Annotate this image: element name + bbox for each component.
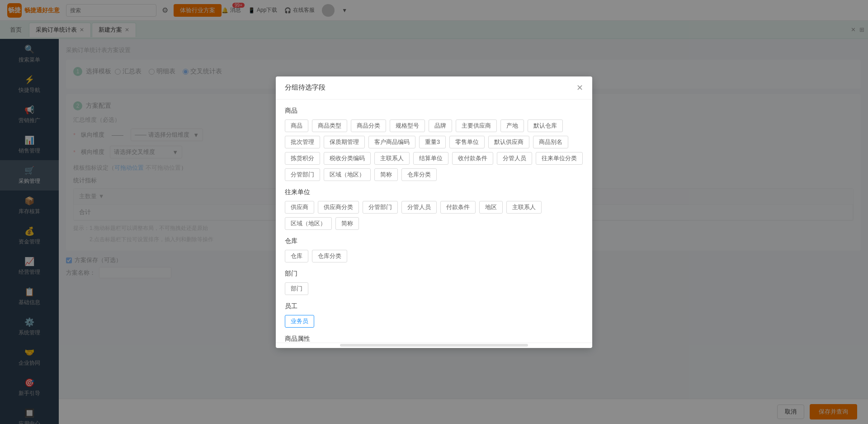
tag-region-product[interactable]: 区域（地区） <box>324 168 371 181</box>
tag-payment-terms[interactable]: 收付款条件 <box>452 152 493 165</box>
tag-tax-code[interactable]: 税收分类编码 <box>324 152 371 165</box>
section-product-attr: 商品属性 属性 颜色 多规格 尺码 鞋码 1 <box>285 335 583 343</box>
modal-hscroll[interactable] <box>276 343 592 348</box>
tag-supervisor[interactable]: 分管人员 <box>497 152 532 165</box>
section-dept: 部门 部门 <box>285 270 583 295</box>
hscroll-thumb[interactable] <box>340 344 528 347</box>
tag-dept[interactable]: 部门 <box>285 282 308 295</box>
section-product-attr-title: 商品属性 <box>285 335 583 343</box>
tag-product-type[interactable]: 商品类型 <box>312 119 347 132</box>
tag-short-name-counterpart[interactable]: 简称 <box>335 217 359 230</box>
tag-weight3[interactable]: 重量3 <box>419 136 446 148</box>
modal-title: 分组待选字段 <box>285 83 326 92</box>
section-staff: 员工 业务员 <box>285 302 583 328</box>
section-warehouse: 仓库 仓库 仓库分类 <box>285 237 583 262</box>
tag-warehouse-cat[interactable]: 仓库分类 <box>312 250 347 262</box>
tag-warehouse-category[interactable]: 仓库分类 <box>401 168 437 181</box>
tag-spec-model[interactable]: 规格型号 <box>390 119 425 132</box>
tag-supplier-category[interactable]: 供应商分类 <box>318 201 359 214</box>
tag-salesperson[interactable]: 业务员 <box>285 315 314 328</box>
modal-overlay: 分组待选字段 ✕ 商品 商品 商品类型 商品分类 规格型号 品牌 主要供应商 产… <box>0 0 868 424</box>
tag-default-warehouse[interactable]: 默认仓库 <box>528 119 563 132</box>
tag-region2[interactable]: 区域（地区） <box>285 217 332 230</box>
tag-region-counterpart[interactable]: 地区 <box>479 201 503 214</box>
tag-brand[interactable]: 品牌 <box>429 119 452 132</box>
modal-body: 商品 商品 商品类型 商品分类 规格型号 品牌 主要供应商 产地 默认仓库 批次… <box>276 100 592 343</box>
tag-settlement-unit[interactable]: 结算单位 <box>413 152 448 165</box>
tag-customer-code[interactable]: 客户商品编码 <box>368 136 415 148</box>
tag-origin[interactable]: 产地 <box>500 119 524 132</box>
tag-main-supplier[interactable]: 主要供应商 <box>456 119 497 132</box>
tag-expiry-mgmt[interactable]: 保质期管理 <box>324 136 365 148</box>
tag-product-category[interactable]: 商品分类 <box>351 119 386 132</box>
tag-dept-managed[interactable]: 分管部门 <box>285 168 320 181</box>
modal-header: 分组待选字段 ✕ <box>276 76 592 100</box>
tag-dept-mgmt[interactable]: 分管部门 <box>363 201 398 214</box>
tag-retail-unit[interactable]: 零售单位 <box>449 136 485 148</box>
tag-counterpart-category[interactable]: 往来单位分类 <box>536 152 583 165</box>
tag-product[interactable]: 商品 <box>285 119 308 132</box>
section-dept-title: 部门 <box>285 270 583 278</box>
section-counterpart-title: 往来单位 <box>285 188 583 196</box>
field-select-modal: 分组待选字段 ✕ 商品 商品 商品类型 商品分类 规格型号 品牌 主要供应商 产… <box>276 76 592 348</box>
tag-dept-person[interactable]: 分管人员 <box>401 201 437 214</box>
dept-tags: 部门 <box>285 282 583 295</box>
section-warehouse-title: 仓库 <box>285 237 583 245</box>
tag-warehouse[interactable]: 仓库 <box>285 250 308 262</box>
warehouse-tags: 仓库 仓库分类 <box>285 250 583 262</box>
tag-main-contact[interactable]: 主联系人 <box>374 152 410 165</box>
section-counterpart: 往来单位 供应商 供应商分类 分管部门 分管人员 付款条件 地区 主联系人 区域… <box>285 188 583 230</box>
tag-short-name-product[interactable]: 简称 <box>374 168 398 181</box>
tag-payment-condition[interactable]: 付款条件 <box>440 201 476 214</box>
section-product: 商品 商品 商品类型 商品分类 规格型号 品牌 主要供应商 产地 默认仓库 批次… <box>285 107 583 181</box>
staff-tags: 业务员 <box>285 315 583 328</box>
modal-close-icon[interactable]: ✕ <box>576 83 583 93</box>
product-tags: 商品 商品类型 商品分类 规格型号 品牌 主要供应商 产地 默认仓库 批次管理 … <box>285 119 583 181</box>
section-product-title: 商品 <box>285 107 583 115</box>
counterpart-tags: 供应商 供应商分类 分管部门 分管人员 付款条件 地区 主联系人 区域（地区） … <box>285 201 583 230</box>
tag-main-contact-counterpart[interactable]: 主联系人 <box>506 201 542 214</box>
tag-supplier[interactable]: 供应商 <box>285 201 314 214</box>
section-staff-title: 员工 <box>285 302 583 310</box>
tag-product-alias[interactable]: 商品别名 <box>533 136 568 148</box>
tag-pick-points[interactable]: 拣货积分 <box>285 152 320 165</box>
tag-batch-mgmt[interactable]: 批次管理 <box>285 136 320 148</box>
tag-default-supplier[interactable]: 默认供应商 <box>488 136 529 148</box>
